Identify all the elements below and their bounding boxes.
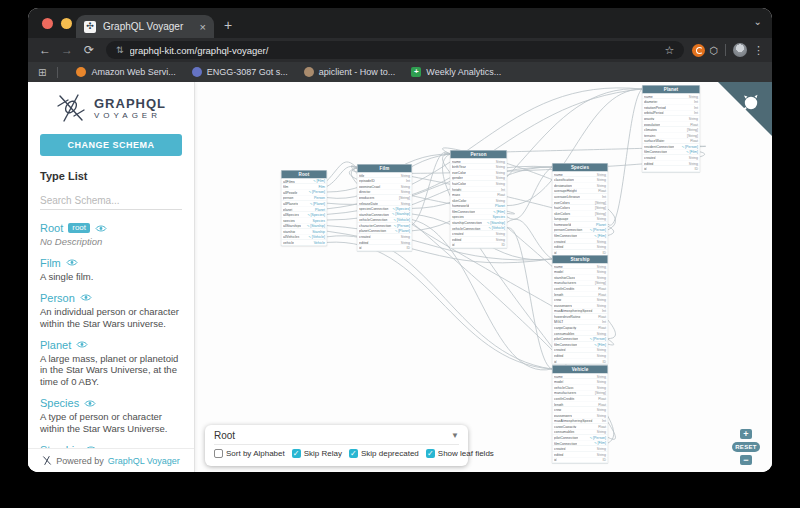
node-field-row[interactable]: idID [358, 245, 412, 251]
field-name: surfaceWater [644, 139, 665, 143]
node-field-row[interactable]: idID [643, 166, 700, 172]
type-item-header[interactable]: Planet [40, 339, 182, 351]
type-name-link[interactable]: Planet [40, 339, 71, 351]
logo-text-graphql: GRAPHQL [94, 96, 166, 111]
option-checkbox[interactable]: ✓Skip deprecated [349, 449, 419, 458]
node-field-row[interactable]: idID [553, 359, 608, 365]
field-name: height [452, 187, 462, 191]
type-item-header[interactable]: Person [40, 292, 182, 304]
bookmark-item[interactable]: Amazon Web Servi... [76, 67, 175, 77]
eye-icon[interactable] [95, 224, 107, 233]
extension-icon[interactable] [692, 44, 705, 57]
checkbox-checked-icon[interactable]: ✓ [292, 449, 301, 458]
node-field-row[interactable]: idID [553, 457, 608, 463]
field-name: filmConnection [554, 343, 577, 347]
type-list-item: FilmA single film. [40, 257, 182, 283]
option-checkbox[interactable]: ✓Show leaf fields [426, 449, 494, 458]
zoom-reset-button[interactable]: RESET [732, 442, 760, 452]
bookmark-item[interactable]: +Weekly Analytics... [411, 67, 501, 77]
eye-icon[interactable] [80, 293, 92, 302]
type-node-person[interactable]: PersonnameStringbirthYearStringeyeColorS… [450, 150, 507, 249]
node-field-row[interactable]: vehicleVehicle [282, 240, 327, 246]
relay-skip-icon: ∿ [590, 228, 593, 232]
type-name-link[interactable]: Film [40, 257, 61, 269]
type-item-header[interactable]: Rootroot [40, 222, 182, 234]
field-name: terrains [644, 133, 656, 137]
site-info-icon[interactable]: ⇅ [116, 45, 123, 55]
type-description: A type of person or character within the… [40, 411, 182, 435]
back-button[interactable]: ← [36, 43, 54, 57]
field-name: designation [554, 183, 572, 187]
zoom-out-button[interactable]: − [740, 455, 752, 465]
type-name-link[interactable]: Root [40, 222, 63, 234]
checkbox-checked-icon[interactable]: ✓ [349, 449, 358, 458]
option-checkbox[interactable]: ✓Skip Relay [292, 449, 342, 458]
profile-avatar[interactable] [733, 43, 747, 57]
field-name: id [644, 167, 647, 171]
field-type: Float [690, 139, 698, 143]
type-item-header[interactable]: Species [40, 397, 182, 409]
type-node-vehicle[interactable]: VehiclenameStringmodelStringvehicleClass… [552, 365, 608, 464]
bookmark-item[interactable]: apiclient - How to... [304, 67, 396, 77]
bookmark-item[interactable]: ENGG-3087 Got s... [192, 67, 288, 77]
relay-skip-icon: ∿ [392, 207, 395, 211]
root-type-select[interactable]: Root ▼ [214, 430, 459, 445]
url-text[interactable]: graphql-kit.com/graphql-voyager/ [130, 45, 658, 56]
reload-button[interactable]: ⟳ [80, 43, 98, 57]
bookmark-star-icon[interactable]: ☆ [664, 44, 674, 57]
field-type: Float [598, 292, 606, 296]
extensions-puzzle-icon[interactable]: ⬡ [709, 45, 718, 56]
change-schema-button[interactable]: CHANGE SCHEMA [40, 134, 182, 156]
github-corner[interactable] [718, 82, 772, 136]
field-type: ∿[Vehicle] [308, 235, 325, 239]
browser-tab[interactable]: ✣ GraphQL Voyager × [76, 15, 214, 38]
checkbox-unchecked-icon[interactable] [214, 449, 223, 458]
field-name: climates [644, 128, 657, 132]
type-name-link[interactable]: Species [40, 397, 79, 409]
schema-graph[interactable]: RootallFilms∿[Film]filmFilmallPeople∿[Pe… [195, 82, 772, 472]
new-tab-button[interactable]: + [224, 17, 232, 33]
type-item-header[interactable]: Film [40, 257, 182, 269]
schema-edge [327, 242, 552, 369]
field-name: length [554, 292, 564, 296]
relay-skip-icon: ∿ [307, 213, 310, 217]
field-name: orbitalPeriod [644, 111, 664, 115]
relay-skip-icon: ∿ [686, 150, 689, 154]
option-label: Show leaf fields [438, 449, 494, 458]
search-input[interactable] [40, 192, 182, 210]
field-type: String [496, 176, 505, 180]
bookmark-label: ENGG-3087 Got s... [207, 67, 288, 77]
type-node-planet[interactable]: PlanetnameStringdiameterIntrotationPerio… [642, 85, 700, 172]
amazon-favicon-icon [76, 67, 86, 77]
close-window-button[interactable] [42, 18, 53, 29]
option-checkbox[interactable]: Sort by Alphabet [214, 449, 285, 458]
eye-icon[interactable] [76, 340, 88, 349]
minimize-window-button[interactable] [61, 18, 72, 29]
type-node-root[interactable]: RootallFilms∿[Film]filmFilmallPeople∿[Pe… [281, 170, 327, 246]
tab-close-icon[interactable]: × [200, 21, 206, 33]
field-type: String [496, 198, 505, 202]
type-node-species[interactable]: SpeciesnameStringclassificationStringdes… [552, 163, 608, 256]
field-type: [String] [687, 133, 698, 137]
field-type: [String] [687, 128, 698, 132]
bookmarks-divider [57, 67, 58, 78]
type-node-film[interactable]: FilmtitleStringepisodeIDIntopeningCrawlS… [357, 164, 412, 251]
type-node-starship[interactable]: StarshipnameStringmodelStringstarshipCla… [552, 255, 608, 365]
field-type: Species [313, 218, 325, 222]
forward-button[interactable]: → [58, 43, 76, 57]
checkbox-checked-icon[interactable]: ✓ [426, 449, 435, 458]
zoom-in-button[interactable]: + [740, 429, 752, 439]
eye-icon[interactable] [84, 399, 96, 408]
node-field-row[interactable]: idID [451, 242, 507, 248]
tab-search-icon[interactable]: ⌄ [754, 16, 762, 27]
field-name: name [644, 94, 653, 98]
field-name: planet [283, 207, 293, 211]
browser-menu-icon[interactable]: ⋮ [753, 44, 764, 57]
apps-grid-icon[interactable]: ⊞ [38, 67, 47, 78]
type-name-link[interactable]: Person [40, 292, 75, 304]
eye-icon[interactable] [66, 258, 78, 267]
field-type: Int [694, 100, 698, 104]
relay-skip-icon: ∿ [307, 224, 310, 228]
url-bar[interactable]: ⇅ graphql-kit.com/graphql-voyager/ ☆ [106, 41, 684, 59]
footer-voyager-link[interactable]: GraphQL Voyager [108, 456, 180, 466]
